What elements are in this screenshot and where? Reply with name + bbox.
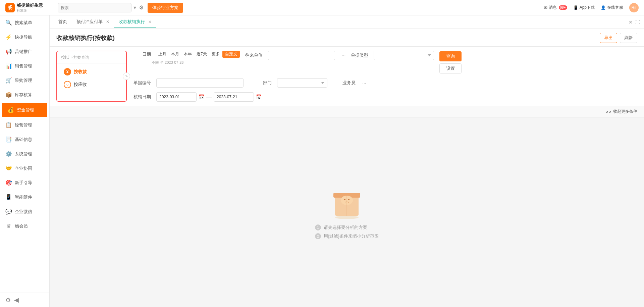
refresh-button[interactable]: 刷新 xyxy=(620,33,637,43)
verify-date-to-input[interactable] xyxy=(214,92,254,102)
sidebar-item-business[interactable]: 📋 经营管理 xyxy=(0,118,49,132)
date-btn-this-month[interactable]: 本月 xyxy=(169,51,181,58)
header-right: ✉ 消息 99+ 📱 App下载 👤 在线客服 Rit xyxy=(544,3,639,12)
sidebar-item-beginner[interactable]: 🎯 新手引导 xyxy=(0,175,49,190)
sidebar-item-label: 搜索菜单 xyxy=(15,20,32,26)
tab-close-all-icon[interactable]: ✕ xyxy=(629,19,633,25)
svg-point-4 xyxy=(348,199,350,200)
doctype-select[interactable] xyxy=(374,51,434,60)
user-avatar[interactable]: Rit xyxy=(629,3,639,12)
sidebar-item-corp-collab[interactable]: 🤝 企业协同 xyxy=(0,161,49,175)
sidebar-item-label: 快捷导航 xyxy=(15,34,32,40)
partner-input[interactable] xyxy=(268,51,335,60)
date-quick-group: 上月 本月 本年 近7天 更多 自定义 xyxy=(156,51,240,58)
date-no-limit-text: 不限 至 2023-07-26 xyxy=(152,60,183,64)
date-label: 日期 xyxy=(133,51,151,57)
verify-date-group: 📅 — 📅 xyxy=(156,92,262,102)
tab-prepay-close[interactable]: ✕ xyxy=(106,19,109,24)
message-label: 消息 xyxy=(549,5,557,10)
export-button[interactable]: 导出 xyxy=(600,33,617,43)
customer-service-item[interactable]: 👤 在线客服 xyxy=(601,5,623,10)
query-button[interactable]: 查询 xyxy=(439,51,462,61)
partner-dots-icon[interactable]: ··· xyxy=(342,53,346,58)
sidebar-item-basic-info[interactable]: 📑 基础信息 xyxy=(0,132,49,147)
logo-area: 畅 畅捷通好生意 标准版 xyxy=(5,2,55,13)
collapse-sidebar-icon[interactable]: ◀ xyxy=(14,296,19,304)
sidebar-item-label: 采购管理 xyxy=(15,78,32,84)
tab-prepay-label: 预付冲应付单 xyxy=(76,19,103,25)
date-btn-more[interactable]: 更多 xyxy=(210,51,222,58)
logo-text: 畅捷通好生意 标准版 xyxy=(17,2,43,13)
filter-option-receivable-label: 按应收 xyxy=(74,82,87,88)
tab-home-label: 首页 xyxy=(58,19,67,25)
sidebar-item-system[interactable]: ⚙️ 系统管理 xyxy=(0,147,49,161)
sidebar-item-marketing[interactable]: 📢 营销推广 xyxy=(0,44,49,59)
message-item[interactable]: ✉ 消息 99+ xyxy=(544,5,567,10)
more-conditions-button[interactable]: ∧∧ 收起更多条件 xyxy=(606,109,637,114)
sidebar-item-label: 企业协同 xyxy=(15,165,32,171)
corp-collab-icon: 🤝 xyxy=(5,165,12,171)
filter-row-verify-date: 核销日期 📅 — 📅 xyxy=(133,92,637,102)
sidebar-item-smart-hw[interactable]: 📱 智能硬件 xyxy=(0,190,49,204)
svg-point-6 xyxy=(335,216,359,219)
verify-date-from-calendar-icon[interactable]: 📅 xyxy=(199,94,204,100)
settings-bottom-icon[interactable]: ⚙ xyxy=(5,296,11,304)
logo-subtitle: 标准版 xyxy=(17,8,43,13)
verify-date-to-calendar-icon[interactable]: 📅 xyxy=(256,94,262,100)
docno-label: 单据编号 xyxy=(133,80,151,86)
tab-receive-offset[interactable]: 收款核销执行 ✕ xyxy=(114,16,156,28)
search-input[interactable] xyxy=(58,3,131,12)
user-name: Rit xyxy=(632,5,637,10)
verify-date-label: 核销日期 xyxy=(133,94,151,100)
date-btn-custom[interactable]: 自定义 xyxy=(222,51,240,58)
empty-hint-1: 1 请先选择要分析的方案 xyxy=(315,224,378,231)
main-content: 首页 预付冲应付单 ✕ 收款核销执行 ✕ ✕ ⛶ 收款核销执行(按收款) 导出 … xyxy=(50,15,644,307)
receipt-icon: ¥ xyxy=(64,68,71,75)
empty-state-area: 1 请先选择要分析的方案 2 用[过滤]条件来缩小分析范围 xyxy=(50,117,644,307)
date-btn-7days[interactable]: 近7天 xyxy=(195,51,209,58)
sidebar-item-label: 资金管理 xyxy=(17,107,34,113)
collapse-left-panel-btn[interactable]: » xyxy=(123,72,130,80)
tab-receive-close[interactable]: ✕ xyxy=(148,19,152,24)
top-header: 畅 畅捷通好生意 标准版 ▾ ⚙ 体验行业方案 ✉ 消息 99+ 📱 App下载… xyxy=(0,0,644,15)
sidebar-item-inventory[interactable]: 📦 库存核算 xyxy=(0,88,49,102)
date-btn-last-month[interactable]: 上月 xyxy=(156,51,168,58)
sales-label: 业务员 xyxy=(338,80,356,86)
sidebar-item-label: 经营管理 xyxy=(15,122,32,128)
docno-input[interactable] xyxy=(156,78,244,88)
empty-hints: 1 请先选择要分析的方案 2 用[过滤]条件来缩小分析范围 xyxy=(315,224,378,239)
app-download-label: App下载 xyxy=(580,5,595,10)
sidebar-item-sales[interactable]: 📊 销售管理 xyxy=(0,59,49,73)
sidebar-item-label: 销售管理 xyxy=(15,63,32,69)
filter-option-receipt[interactable]: ¥ 按收款 xyxy=(57,65,126,78)
app-download-item[interactable]: 📱 App下载 xyxy=(573,5,595,10)
page-header: 收款核销执行(按收款) 导出 刷新 xyxy=(50,29,644,47)
tab-prepay-offset[interactable]: 预付冲应付单 ✕ xyxy=(72,16,114,28)
sidebar-item-purchase[interactable]: 🛒 采购管理 xyxy=(0,73,49,88)
sidebar-item-finance[interactable]: 💰 资金管理 xyxy=(2,103,47,117)
vip-icon: ♕ xyxy=(5,223,12,229)
dropdown-icon[interactable]: ▾ xyxy=(133,4,136,11)
filter-right: 日期 上月 本月 本年 近7天 更多 自定义 不限 至 2023-0 xyxy=(133,51,637,102)
sidebar-item-vip[interactable]: ♕ 畅会员 xyxy=(0,219,49,233)
filter-option-receipt-label: 按收款 xyxy=(74,69,87,75)
industry-solution-button[interactable]: 体验行业方案 xyxy=(148,3,183,13)
date-btn-this-year[interactable]: 本年 xyxy=(182,51,194,58)
sidebar-item-label: 系统管理 xyxy=(15,151,32,157)
dept-select[interactable] xyxy=(277,78,327,88)
sales-dots-icon[interactable]: ··· xyxy=(362,80,366,86)
gear-icon[interactable]: ⚙ xyxy=(139,4,144,11)
sidebar-item-corp-wechat[interactable]: 💬 企业微信 xyxy=(0,204,49,219)
tab-home[interactable]: 首页 xyxy=(54,16,72,28)
basic-info-icon: 📑 xyxy=(5,136,12,143)
verify-date-from-input[interactable] xyxy=(156,92,197,102)
empty-illustration xyxy=(327,186,367,219)
sidebar-item-label: 企业微信 xyxy=(15,209,32,215)
sidebar-item-search-menu[interactable]: 🔍 搜索菜单 xyxy=(0,15,49,30)
service-icon: 👤 xyxy=(601,5,606,10)
tab-expand-icon[interactable]: ⛶ xyxy=(635,19,640,25)
sidebar-item-quick-nav[interactable]: ⚡ 快捷导航 xyxy=(0,30,49,44)
filter-option-receivable[interactable]: ○ 按应收 xyxy=(57,78,126,91)
setting-button[interactable]: 设置 xyxy=(439,63,462,73)
logo-title: 畅捷通好生意 xyxy=(17,2,43,8)
